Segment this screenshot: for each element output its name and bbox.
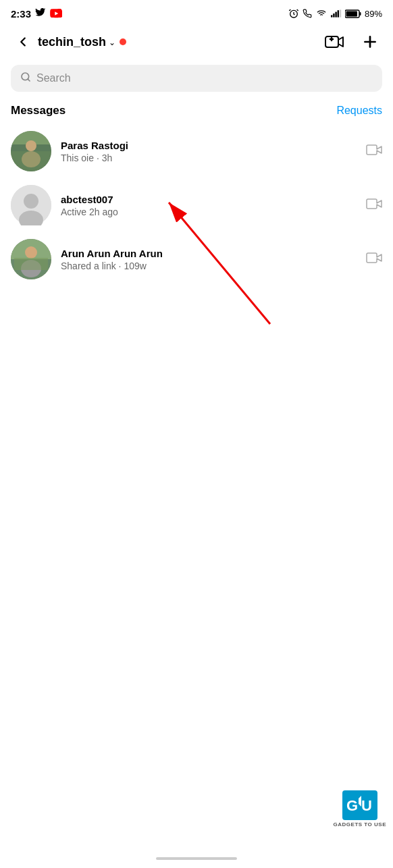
conversation-item[interactable]: Arun Arun Arun Arun Shared a link · 109w [0, 232, 393, 286]
search-placeholder: Search [36, 72, 71, 84]
conversation-name: abctest007 [61, 194, 357, 205]
video-camera-icon [325, 34, 345, 50]
avatar-image-paras [11, 131, 51, 171]
svg-rect-6 [340, 9, 341, 17]
svg-rect-32 [14, 258, 48, 270]
conversation-name: Paras Rastogi [61, 140, 357, 151]
active-status-dot [120, 38, 126, 45]
battery-icon [345, 9, 361, 18]
avatar-placeholder-image [11, 185, 51, 225]
status-right: 89% [288, 8, 382, 19]
camera-icon[interactable] [366, 251, 382, 268]
svg-rect-4 [335, 12, 336, 18]
watermark: G U GADGETS TO USE [334, 790, 386, 828]
header-title-area[interactable]: techin_tosh ⌄ [38, 35, 323, 49]
wifi-icon [315, 9, 328, 18]
status-bar: 2:33 [0, 0, 393, 24]
watermark-logo: G U [342, 790, 377, 820]
svg-line-17 [28, 79, 30, 81]
signal-icon [331, 9, 342, 18]
plus-icon [361, 33, 379, 51]
avatar [11, 239, 51, 279]
svg-rect-8 [359, 12, 361, 16]
messages-header: Messages Requests [0, 97, 393, 121]
header: techin_tosh ⌄ [0, 24, 393, 59]
home-indicator [156, 857, 237, 860]
svg-point-30 [25, 246, 37, 259]
avatar-image-arun [11, 239, 51, 279]
battery-text: 89% [365, 9, 382, 19]
requests-button[interactable]: Requests [336, 105, 382, 117]
conversation-subtitle: Active 2h ago [61, 207, 357, 217]
search-icon [20, 72, 31, 85]
camera-icon[interactable] [366, 143, 382, 160]
conversation-subtitle: Shared a link · 109w [61, 261, 357, 271]
svg-point-25 [24, 194, 38, 209]
youtube-icon [50, 9, 62, 18]
svg-text:G: G [346, 797, 358, 814]
phone-icon [303, 8, 312, 19]
camera-icon[interactable] [366, 197, 382, 214]
video-call-button[interactable] [323, 30, 347, 54]
twitter-icon [35, 8, 46, 19]
svg-rect-3 [333, 13, 334, 18]
conversation-item[interactable]: Paras Rastogi This oie · 3h [0, 124, 393, 178]
compose-button[interactable] [358, 30, 382, 54]
watermark-text: GADGETS TO USE [334, 821, 386, 828]
svg-rect-23 [11, 151, 51, 171]
messages-label: Messages [11, 104, 66, 117]
svg-rect-5 [338, 10, 339, 17]
conversation-list: Paras Rastogi This oie · 3h abctest007 A… [0, 121, 393, 289]
status-time: 2:33 [11, 8, 31, 20]
svg-text:U: U [361, 797, 372, 814]
gadgets-to-use-logo: G U [344, 792, 376, 819]
svg-point-21 [26, 140, 36, 151]
conversation-subtitle: This oie · 3h [61, 153, 357, 163]
conversation-item[interactable]: abctest007 Active 2h ago [0, 178, 393, 232]
conversation-info: Paras Rastogi This oie · 3h [61, 140, 357, 163]
back-icon [16, 34, 30, 49]
alarm-icon [288, 8, 299, 19]
back-button[interactable] [11, 30, 35, 54]
search-bar[interactable]: Search [11, 65, 382, 92]
svg-rect-9 [346, 11, 357, 16]
conversation-info: abctest007 Active 2h ago [61, 194, 357, 217]
avatar [11, 185, 51, 225]
header-username: techin_tosh [38, 35, 106, 49]
svg-rect-2 [331, 15, 332, 17]
status-left: 2:33 [11, 8, 62, 20]
conversation-name: Arun Arun Arun Arun [61, 248, 357, 259]
chevron-down-icon: ⌄ [109, 38, 115, 47]
search-container: Search [0, 59, 393, 97]
conversation-info: Arun Arun Arun Arun Shared a link · 109w [61, 248, 357, 271]
header-actions [323, 30, 382, 54]
avatar [11, 131, 51, 171]
